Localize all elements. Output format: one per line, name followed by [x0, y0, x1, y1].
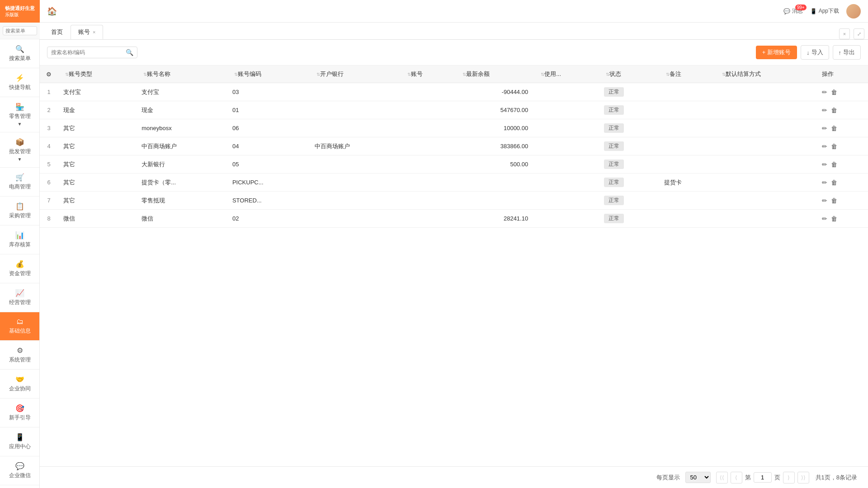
delete-icon[interactable]: 🗑	[831, 215, 837, 222]
row-code: PICKUPC...	[227, 174, 309, 192]
delete-icon[interactable]: 🗑	[831, 197, 837, 204]
sidebar-icon: ⚙	[17, 346, 23, 355]
edit-icon[interactable]: ✏	[822, 179, 827, 186]
add-account-button[interactable]: + 新增账号	[756, 46, 797, 59]
sidebar-item-企业协同[interactable]: 🤝 企业协同	[0, 370, 39, 399]
delete-icon[interactable]: 🗑	[831, 125, 837, 132]
next-page-btn[interactable]: ⟩	[783, 472, 795, 483]
export-label: 导出	[843, 48, 855, 56]
user-avatar[interactable]	[846, 4, 861, 19]
edit-icon[interactable]: ✏	[822, 125, 827, 132]
row-bank	[309, 192, 400, 210]
sidebar-icon: 💰	[15, 260, 24, 268]
row-account	[400, 155, 455, 174]
col-balance[interactable]: ⇅最新余额	[455, 66, 533, 83]
status-badge: 正常	[604, 123, 624, 133]
col-notes[interactable]: ⇅备注	[659, 66, 715, 83]
close-window-btn[interactable]: ×	[839, 28, 850, 39]
sidebar-item-采购管理[interactable]: 📋 采购管理	[0, 197, 39, 225]
edit-icon[interactable]: ✏	[822, 89, 827, 96]
edit-icon[interactable]: ✏	[822, 197, 827, 204]
row-actions: ✏ 🗑	[816, 210, 868, 228]
sidebar-search-box[interactable]	[0, 23, 40, 39]
delete-icon[interactable]: 🗑	[831, 179, 837, 186]
sidebar-item-库存核算[interactable]: 📊 库存核算	[0, 225, 39, 254]
sidebar-item-经营管理[interactable]: 📈 经营管理	[0, 283, 39, 312]
app-download-btn[interactable]: 📱 App下载	[810, 7, 839, 15]
import-button[interactable]: ↓ 导入	[801, 45, 829, 60]
table-row: 1 支付宝 支付宝 03 -90444.00 正常 ✏ 🗑	[40, 83, 868, 101]
delete-icon[interactable]: 🗑	[831, 89, 837, 96]
delete-icon[interactable]: 🗑	[831, 143, 837, 150]
maximize-window-btn[interactable]: ⤢	[854, 28, 864, 39]
page-label: 第	[745, 474, 751, 482]
main-search-icon[interactable]: 🔍	[126, 49, 133, 56]
sidebar-item-应用中心[interactable]: 📱 应用中心	[0, 427, 39, 456]
tab-account[interactable]: 账号 ×	[71, 25, 103, 39]
sidebar-search-input[interactable]	[3, 26, 37, 35]
col-account[interactable]: ⇅账号	[400, 66, 455, 83]
sidebar-item-电商管理[interactable]: 🛒 电商管理	[0, 168, 39, 197]
tab-controls: × ⤢	[837, 28, 864, 39]
main-search-input[interactable]	[51, 49, 126, 56]
row-actions: ✏ 🗑	[816, 119, 868, 137]
row-number: 2	[40, 101, 58, 119]
col-default-payment[interactable]: ⇅默认结算方式	[715, 66, 816, 83]
delete-icon[interactable]: 🗑	[831, 161, 837, 168]
export-button[interactable]: ↑ 导出	[833, 45, 861, 60]
last-page-btn[interactable]: ⟩⟩	[797, 472, 809, 483]
per-page-select[interactable]: 50 100 200	[685, 472, 711, 483]
delete-icon[interactable]: 🗑	[831, 107, 837, 114]
status-badge: 正常	[604, 178, 624, 187]
tab-home[interactable]: 首页	[43, 25, 71, 39]
sidebar-item-系统管理[interactable]: ⚙ 系统管理	[0, 341, 39, 370]
row-code: 06	[227, 119, 309, 137]
settings-icon[interactable]: ⚙	[46, 71, 52, 78]
topbar: 🏠 💬 消息 99+ 📱 App下载	[40, 0, 868, 23]
row-usage	[533, 155, 598, 174]
sidebar-item-零售管理[interactable]: 🏪 零售管理 ▼	[0, 97, 39, 132]
col-type[interactable]: ⇅账号类型	[58, 66, 136, 83]
row-status: 正常	[599, 174, 659, 192]
sidebar-item-资金管理[interactable]: 💰 资金管理	[0, 254, 39, 283]
sidebar-item-label: 应用中心	[9, 443, 31, 450]
row-balance: 547670.00	[455, 101, 533, 119]
tab-close-btn[interactable]: ×	[93, 29, 95, 35]
sidebar-item-新手引导[interactable]: 🎯 新手引导	[0, 399, 39, 427]
edit-icon[interactable]: ✏	[822, 161, 827, 168]
sidebar-item-label: 新手引导	[9, 414, 31, 422]
col-name[interactable]: ⇅账号名称	[136, 66, 227, 83]
sidebar-item-快捷导航[interactable]: ⚡ 快捷导航	[0, 68, 39, 97]
row-bank	[309, 119, 400, 137]
status-badge: 正常	[604, 105, 624, 115]
col-status[interactable]: ⇅状态	[599, 66, 659, 83]
edit-icon[interactable]: ✏	[822, 215, 827, 222]
col-code[interactable]: ⇅账号编码	[227, 66, 309, 83]
status-badge: 正常	[604, 160, 624, 169]
col-bank[interactable]: ⇅开户银行	[309, 66, 400, 83]
sidebar-item-label: 快捷导航	[9, 84, 31, 91]
sidebar-item-畅会员[interactable]: 👤 畅会员	[0, 485, 39, 488]
sidebar-nav: 🔍 搜索菜单 ⚡ 快捷导航 🏪 零售管理 ▼ 📦 批发管理 ▼ 🛒 电商管理 📋…	[0, 39, 39, 488]
row-balance	[455, 192, 533, 210]
col-settings[interactable]: ⚙	[40, 66, 58, 83]
row-default-payment	[715, 192, 816, 210]
row-number: 4	[40, 137, 58, 155]
row-name: 中百商场账户	[136, 137, 227, 155]
prev-page-btn[interactable]: ⟨	[731, 472, 742, 483]
row-code: 02	[227, 210, 309, 228]
main-search-box[interactable]: 🔍	[47, 47, 137, 58]
sidebar-item-基础信息[interactable]: 🗂 基础信息	[0, 312, 39, 341]
first-page-btn[interactable]: ⟨⟨	[716, 472, 728, 483]
edit-icon[interactable]: ✏	[822, 143, 827, 150]
sidebar-item-批发管理[interactable]: 📦 批发管理 ▼	[0, 132, 39, 168]
row-actions: ✏ 🗑	[816, 137, 868, 155]
row-default-payment	[715, 137, 816, 155]
col-usage[interactable]: ⇅使用...	[533, 66, 598, 83]
sidebar-item-搜索菜单[interactable]: 🔍 搜索菜单	[0, 39, 39, 68]
page-number-input[interactable]	[754, 472, 772, 483]
sidebar-icon: 📦	[15, 138, 24, 146]
edit-icon[interactable]: ✏	[822, 107, 827, 114]
message-btn[interactable]: 💬 消息 99+	[783, 7, 803, 15]
sidebar-item-企业微信[interactable]: 💬 企业微信	[0, 456, 39, 485]
